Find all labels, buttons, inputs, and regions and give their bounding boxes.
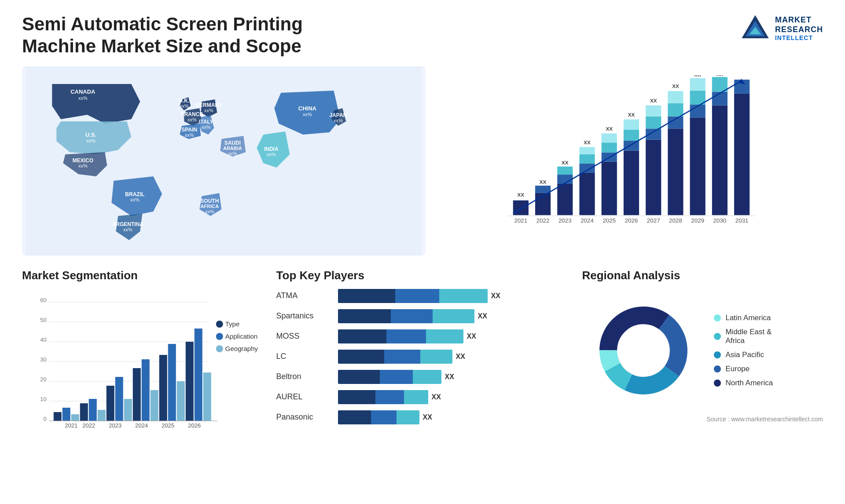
- svg-rect-62: [646, 117, 661, 129]
- svg-rect-60: [646, 139, 661, 215]
- svg-text:ITALY: ITALY: [199, 119, 213, 125]
- svg-point-136: [216, 333, 223, 340]
- player-name: Spartanics: [276, 311, 334, 321]
- svg-text:xx%: xx%: [130, 197, 140, 202]
- regional-container: Regional Analysis: [582, 269, 823, 458]
- svg-text:2025: 2025: [162, 422, 174, 429]
- player-bar-container: XX: [338, 390, 569, 404]
- svg-text:2026: 2026: [188, 422, 201, 429]
- svg-rect-47: [579, 154, 595, 164]
- svg-rect-110: [62, 408, 70, 421]
- segmentation-title: Market Segmentation: [22, 269, 263, 282]
- svg-rect-131: [203, 373, 211, 421]
- player-bar: [338, 329, 463, 343]
- segmentation-chart: 0 10 20 30 40 50 60: [22, 289, 263, 438]
- svg-point-146: [618, 325, 669, 376]
- legend-dot-apac: [714, 351, 721, 358]
- svg-text:2031: 2031: [735, 217, 748, 224]
- svg-text:SPAIN: SPAIN: [181, 127, 197, 133]
- svg-rect-123: [151, 390, 158, 421]
- svg-text:XX: XX: [716, 75, 723, 77]
- svg-text:2030: 2030: [713, 217, 726, 224]
- svg-text:xx%: xx%: [303, 112, 312, 117]
- svg-text:xx%: xx%: [78, 95, 88, 101]
- player-row: Beltron XX: [276, 370, 569, 384]
- svg-text:Application: Application: [225, 332, 257, 340]
- svg-text:2026: 2026: [625, 217, 638, 224]
- svg-rect-114: [89, 399, 97, 421]
- svg-rect-41: [557, 184, 573, 215]
- legend-item-mea: Middle East &Africa: [714, 328, 773, 345]
- player-bar: [338, 309, 474, 323]
- svg-rect-45: [579, 173, 595, 215]
- svg-text:xx%: xx%: [187, 117, 197, 122]
- legend-label-europe: Europe: [725, 365, 749, 373]
- svg-text:XX: XX: [517, 192, 524, 197]
- svg-rect-130: [195, 329, 202, 421]
- svg-text:CHINA: CHINA: [298, 105, 317, 112]
- svg-text:xx%: xx%: [180, 103, 189, 109]
- svg-rect-63: [646, 105, 661, 116]
- svg-text:xx%: xx%: [202, 124, 211, 130]
- player-row: MOSS XX: [276, 329, 569, 343]
- legend-item-latin: Latin America: [714, 314, 773, 322]
- svg-rect-127: [177, 381, 185, 421]
- svg-text:xx%: xx%: [205, 209, 214, 214]
- svg-text:XX: XX: [539, 179, 546, 185]
- world-map: CANADA xx% U.S. xx% MEXICO xx% BRAZIL xx…: [22, 66, 426, 256]
- svg-rect-75: [712, 105, 727, 215]
- source-text: Source : www.marketresearchintellect.com: [582, 416, 823, 423]
- player-bar-label: XX: [432, 393, 441, 401]
- svg-rect-109: [54, 412, 62, 421]
- svg-text:xx%: xx%: [123, 227, 132, 232]
- svg-text:40: 40: [40, 336, 46, 343]
- svg-text:FRANCE: FRANCE: [181, 111, 203, 117]
- player-bar-container: XX: [338, 289, 569, 303]
- donut-and-legend: Latin America Middle East &Africa Asia P…: [582, 289, 823, 412]
- svg-text:2021: 2021: [514, 217, 527, 224]
- player-bar: [338, 289, 488, 303]
- svg-text:XX: XX: [584, 139, 591, 145]
- legend-dot-europe: [714, 365, 721, 373]
- svg-text:50: 50: [40, 317, 46, 323]
- svg-rect-36: [513, 200, 528, 215]
- legend-list: Latin America Middle East &Africa Asia P…: [714, 314, 773, 387]
- svg-rect-113: [80, 403, 88, 421]
- page-title: Semi Automatic Screen Printing Machine M…: [22, 13, 330, 58]
- svg-text:20: 20: [40, 376, 46, 383]
- svg-rect-43: [557, 166, 573, 174]
- player-bar-container: XX: [338, 350, 569, 364]
- svg-text:ARGENTINA: ARGENTINA: [112, 221, 144, 227]
- svg-text:2028: 2028: [669, 217, 682, 224]
- svg-rect-48: [579, 147, 595, 154]
- svg-rect-73: [690, 78, 705, 90]
- svg-text:GERMANY: GERMANY: [195, 102, 222, 108]
- svg-rect-67: [668, 103, 683, 116]
- player-bar-label: XX: [423, 413, 432, 421]
- svg-text:2022: 2022: [536, 217, 549, 224]
- players-title: Top Key Players: [276, 269, 569, 282]
- player-bar-container: XX: [338, 370, 569, 384]
- svg-point-134: [216, 321, 223, 328]
- svg-text:2025: 2025: [603, 217, 616, 224]
- player-bar-container: XX: [338, 410, 569, 424]
- player-name: Beltron: [276, 372, 334, 381]
- player-row: Spartanics XX: [276, 309, 569, 323]
- player-row: AUREL XX: [276, 390, 569, 404]
- player-bar: [338, 370, 441, 384]
- svg-rect-70: [690, 117, 705, 215]
- player-bar-label: XX: [445, 373, 454, 381]
- svg-text:xx%: xx%: [185, 132, 194, 138]
- player-name: MOSS: [276, 332, 334, 341]
- segmentation-container: Market Segmentation 0 10 20 30 40 50 60: [22, 269, 263, 458]
- logo-area: MARKET RESEARCH INTELLECT: [740, 13, 823, 44]
- legend-label-mea: Middle East &Africa: [725, 328, 772, 345]
- svg-text:Geography: Geography: [225, 345, 258, 352]
- svg-rect-122: [142, 359, 150, 421]
- svg-text:XX: XX: [562, 159, 569, 165]
- svg-text:2029: 2029: [691, 217, 704, 224]
- player-bar: [338, 410, 419, 424]
- player-bar-label: XX: [467, 332, 476, 340]
- svg-rect-65: [668, 128, 683, 215]
- player-bar: [338, 350, 452, 364]
